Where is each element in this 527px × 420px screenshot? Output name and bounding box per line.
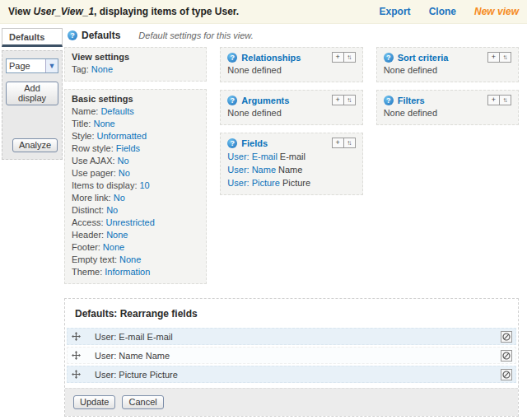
remove-field-icon[interactable] (501, 331, 512, 343)
add-display-button[interactable]: Add display (6, 82, 58, 105)
drag-handle-icon[interactable] (72, 370, 81, 379)
setting-label: Style: (72, 131, 95, 141)
rearrange-title: Defaults: Rearrange fields (65, 299, 518, 328)
help-icon[interactable]: ? (384, 53, 394, 63)
rearrange-icon[interactable]: ↑↓ (343, 138, 356, 148)
drag-handle-icon[interactable] (72, 351, 81, 360)
display-settings-area: ? Defaults Default settings for this vie… (64, 28, 519, 417)
view-actions: Export Clone New view (380, 6, 519, 17)
display-sidebar: Defaults Page ▼ Add display Analyze (2, 28, 63, 160)
add-icon[interactable]: + (332, 138, 344, 148)
setting-value-link[interactable]: Unformatted (97, 131, 147, 141)
rearrange-row-label: User: E-mail E-mail (95, 332, 173, 342)
setting-row-footer: Footer:None (72, 241, 199, 254)
display-type-value: Page (7, 61, 45, 71)
settings-columns: View settings Tag:None Basic settings Na… (64, 47, 519, 292)
sort-criteria-header: ? Sort criteria + ↑↓ (384, 52, 511, 63)
setting-value-link[interactable]: No (114, 193, 125, 203)
field-row-name: User: NameName (227, 163, 355, 176)
rearrange-icon[interactable]: ↑↓ (499, 95, 511, 105)
remove-field-icon[interactable] (501, 369, 512, 380)
field-link[interactable]: User: Picture (227, 178, 280, 188)
setting-value-link[interactable]: Defaults (100, 106, 133, 116)
rearrange-rows: User: E-mail E-mail User: Name Name (65, 328, 518, 383)
setting-row-more-link: More link:No (72, 192, 199, 204)
display-type-select[interactable]: Page ▼ (6, 58, 58, 73)
setting-label: Row style: (72, 143, 114, 153)
display-description: Default settings for this view. (138, 30, 253, 40)
fields-title-link[interactable]: Fields (241, 138, 268, 148)
view-title-suffix: , displaying items of type User. (94, 6, 239, 17)
setting-value-link[interactable]: None (91, 64, 113, 74)
setting-row-row-style: Row style:Fields (72, 142, 199, 155)
setting-label: Access: (72, 217, 104, 227)
tab-defaults[interactable]: Defaults (2, 28, 63, 47)
rearrange-icon[interactable]: ↑↓ (499, 52, 511, 63)
view-settings-title: View settings (72, 52, 129, 62)
arguments-title-link[interactable]: Arguments (241, 96, 289, 105)
help-icon[interactable]: ? (227, 138, 237, 148)
sort-criteria-title-link[interactable]: Sort criteria (398, 53, 449, 63)
field-row-email: User: E-mailE-mail (227, 150, 355, 163)
field-row-picture: User: PicturePicture (227, 176, 355, 189)
cancel-button[interactable]: Cancel (122, 395, 163, 409)
arguments-header: ? Arguments + ↑↓ (227, 95, 355, 105)
sort-criteria-empty: None defined (384, 64, 511, 77)
setting-value-link[interactable]: None (93, 119, 114, 128)
field-label: Name (278, 165, 302, 175)
setting-value-link[interactable]: No (119, 168, 130, 178)
rearrange-fields-panel: Defaults: Rearrange fields User: E-mail … (64, 298, 519, 417)
setting-value-link[interactable]: No (118, 156, 129, 166)
basic-settings-title: Basic settings (72, 94, 133, 104)
column-middle: ? Relationships + ↑↓ None defined ? Argu… (220, 47, 362, 292)
setting-value-link[interactable]: Information (105, 267, 150, 277)
setting-label: Title: (72, 119, 91, 128)
update-button[interactable]: Update (73, 395, 115, 409)
setting-value-link[interactable]: None (119, 254, 141, 264)
setting-label: Use AJAX: (72, 156, 115, 166)
clone-link[interactable]: Clone (429, 6, 456, 17)
export-link[interactable]: Export (380, 6, 411, 17)
view-settings-header: View settings (72, 52, 199, 62)
filters-header: ? Filters + ↑↓ (384, 95, 511, 105)
rearrange-icon[interactable]: ↑↓ (343, 52, 356, 63)
add-icon[interactable]: + (332, 52, 344, 63)
rearrange-row-label: User: Picture Picture (95, 370, 178, 380)
setting-value-link[interactable]: 10 (139, 180, 149, 190)
add-icon[interactable]: + (332, 95, 344, 105)
chevron-down-icon: ▼ (45, 59, 58, 72)
relationships-header: ? Relationships + ↑↓ (227, 52, 355, 63)
help-icon[interactable]: ? (227, 53, 237, 63)
relationships-title-link[interactable]: Relationships (241, 53, 301, 63)
setting-row-title: Title:None (72, 118, 199, 130)
sort-criteria-box: ? Sort criteria + ↑↓ None defined (376, 47, 519, 82)
help-icon[interactable]: ? (68, 30, 77, 40)
new-view-link[interactable]: New view (474, 6, 519, 17)
field-link[interactable]: User: E-mail (227, 152, 277, 161)
setting-value-link[interactable]: None (106, 230, 128, 240)
drag-handle-icon[interactable] (72, 332, 81, 341)
add-icon[interactable]: + (487, 95, 500, 105)
view-name: User_View_1 (33, 6, 94, 17)
help-icon[interactable]: ? (227, 96, 237, 105)
column-right: ? Sort criteria + ↑↓ None defined ? Filt… (376, 47, 519, 292)
remove-field-icon[interactable] (501, 350, 512, 362)
rearrange-icon[interactable]: ↑↓ (343, 95, 356, 105)
help-icon[interactable]: ? (384, 96, 394, 105)
setting-label: Tag: (72, 64, 89, 74)
field-link[interactable]: User: Name (227, 165, 276, 175)
display-header: ? Defaults Default settings for this vie… (64, 28, 519, 47)
relationships-box: ? Relationships + ↑↓ None defined (220, 47, 362, 82)
setting-value-link[interactable]: Unrestricted (106, 217, 155, 227)
filters-title-link[interactable]: Filters (398, 96, 425, 105)
add-icon[interactable]: + (487, 52, 500, 63)
setting-value-link[interactable]: None (103, 242, 124, 252)
form-actions: Update Cancel (65, 388, 518, 416)
sort-criteria-actions: + ↑↓ (487, 52, 511, 63)
setting-value-link[interactable]: Fields (116, 143, 140, 153)
table-row: User: Name Name (67, 347, 516, 364)
analyze-button[interactable]: Analyze (12, 138, 58, 152)
setting-label: Name: (72, 106, 98, 116)
setting-value-link[interactable]: No (106, 205, 118, 215)
display-title: Defaults (82, 30, 120, 41)
